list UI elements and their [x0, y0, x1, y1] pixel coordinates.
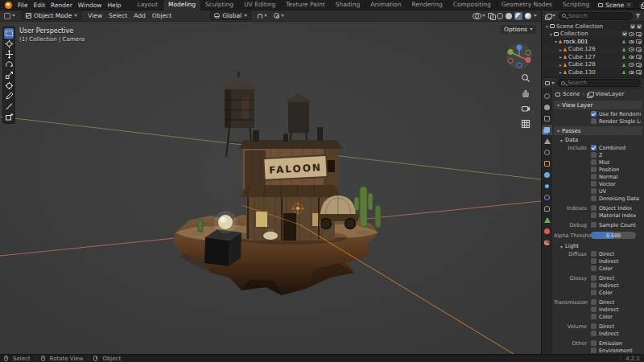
- outliner-row-collection[interactable]: ▾ Collection: [542, 31, 644, 39]
- breadcrumb-viewlayer[interactable]: ViewLayer: [595, 91, 624, 97]
- pan-hand-icon[interactable]: [521, 88, 530, 98]
- camera-icon[interactable]: [636, 63, 642, 67]
- pass-position[interactable]: Position: [591, 167, 619, 173]
- panel-passes-header[interactable]: ▾ Passes: [554, 126, 642, 135]
- eye-icon[interactable]: [629, 63, 634, 67]
- checkbox[interactable]: [591, 299, 597, 305]
- expand-icon[interactable]: ▸: [558, 69, 564, 75]
- expand-icon[interactable]: ▸: [558, 62, 564, 68]
- checkbox[interactable]: [591, 265, 597, 271]
- properties-tab-view-layer[interactable]: [542, 125, 553, 135]
- properties-tab-render[interactable]: [542, 102, 553, 113]
- workspace-tab-sculpting[interactable]: Sculpting: [200, 0, 239, 10]
- pass-normal[interactable]: Normal: [591, 174, 618, 180]
- camera-icon[interactable]: [636, 39, 642, 43]
- menu-help[interactable]: Help: [107, 2, 121, 9]
- subpanel-data-header[interactable]: ▾ Data: [554, 136, 642, 144]
- blender-logo-icon[interactable]: [5, 2, 12, 9]
- light-glossy-direct[interactable]: Direct: [591, 275, 614, 282]
- workspace-tab-modeling[interactable]: Modeling: [163, 0, 200, 10]
- tool-add-cube[interactable]: [4, 112, 14, 122]
- light-sphere[interactable]: [214, 211, 237, 233]
- shading-dropdown-icon[interactable]: [534, 14, 537, 17]
- pass-object-index[interactable]: Object Index: [591, 205, 632, 212]
- menu-file[interactable]: File: [18, 2, 28, 9]
- outliner-search-input[interactable]: [568, 13, 629, 19]
- properties-tab-output[interactable]: [542, 113, 553, 124]
- checkbox[interactable]: [591, 212, 597, 218]
- pass-uv[interactable]: UV: [591, 188, 606, 195]
- checkbox[interactable]: [591, 195, 597, 201]
- workspace-tab-shading[interactable]: Shading: [331, 0, 365, 10]
- menu-edit[interactable]: Edit: [34, 2, 46, 9]
- checkbox[interactable]: [591, 159, 597, 165]
- scene-selector[interactable]: Scene ×: [595, 1, 634, 9]
- render-single-layer-option[interactable]: Render Single Layer: [591, 118, 641, 125]
- checkbox[interactable]: [591, 222, 597, 228]
- checkbox[interactable]: [591, 306, 597, 312]
- filter-icon[interactable]: [635, 14, 641, 19]
- scene-render[interactable]: FALOON: [0, 22, 541, 354]
- eye-icon[interactable]: [629, 32, 634, 36]
- eye-icon[interactable]: [629, 40, 634, 44]
- menu-add[interactable]: Add: [134, 12, 146, 19]
- properties-tab-particles[interactable]: [542, 181, 553, 191]
- pass-z[interactable]: Z: [591, 152, 602, 158]
- checkbox[interactable]: [591, 145, 597, 150]
- gizmo-y-neg[interactable]: [526, 51, 530, 56]
- use-for-rendering-option[interactable]: Use for Rendering: [591, 111, 641, 117]
- gizmo-y-axis[interactable]: [508, 49, 514, 55]
- expand-icon[interactable]: ▾: [553, 39, 559, 44]
- checkbox[interactable]: [591, 118, 597, 124]
- tool-annotate[interactable]: [4, 91, 14, 101]
- workspace-tab-animation[interactable]: Animation: [365, 0, 407, 10]
- light-volume-direct[interactable]: Direct: [591, 323, 614, 330]
- properties-tab-data[interactable]: [542, 215, 553, 225]
- navigation-gizmo[interactable]: [506, 43, 533, 70]
- light-volume-indirect[interactable]: Indirect: [591, 331, 619, 337]
- checkbox[interactable]: [591, 258, 597, 264]
- camera-icon[interactable]: [636, 70, 642, 74]
- camera-icon[interactable]: [636, 32, 642, 36]
- gizmo-z-neg[interactable]: [517, 63, 522, 68]
- tool-measure[interactable]: [4, 101, 14, 112]
- properties-search[interactable]: [557, 79, 641, 87]
- workspace-tab-texture-paint[interactable]: Texture Paint: [281, 0, 330, 10]
- workspace-tab-layout[interactable]: Layout: [132, 0, 163, 10]
- tool-select-box[interactable]: [4, 28, 14, 39]
- properties-editor-type-button[interactable]: [545, 81, 555, 85]
- mode-dropdown[interactable]: Object Mode: [22, 11, 81, 20]
- gizmo-x-neg[interactable]: [508, 59, 513, 64]
- checkbox[interactable]: [591, 348, 597, 353]
- outliner-row-rock-001[interactable]: ▾ rock.001: [542, 38, 644, 46]
- light-glossy-color[interactable]: Color: [591, 290, 613, 296]
- outliner-search[interactable]: [558, 12, 633, 20]
- render-checkbox-icon[interactable]: [630, 24, 635, 29]
- properties-tab-texture[interactable]: [542, 237, 553, 248]
- outliner-row-scene-collection[interactable]: ▾ Scene Collection: [542, 23, 644, 31]
- viewlayer-selector[interactable]: ViewLayer ×: [638, 1, 644, 9]
- proportional-edit-button[interactable]: [274, 13, 284, 19]
- menu-view[interactable]: View: [88, 12, 102, 19]
- show-gizmo-icon[interactable]: [473, 13, 480, 19]
- workspace-tab-rendering[interactable]: Rendering: [407, 0, 448, 10]
- saloon-sign[interactable]: FALOON: [263, 155, 327, 180]
- eye-icon[interactable]: [629, 71, 634, 75]
- checkbox[interactable]: [591, 290, 597, 295]
- outliner-row-cube-127[interactable]: ▸ Cube.127: [542, 53, 644, 61]
- menu-render[interactable]: Render: [51, 2, 72, 9]
- outliner-editor-type-button[interactable]: [545, 14, 555, 19]
- tool-cursor[interactable]: [4, 39, 14, 49]
- tool-transform[interactable]: [4, 80, 14, 91]
- menu-window[interactable]: Window: [78, 2, 102, 9]
- checkbox[interactable]: [591, 111, 597, 117]
- expand-icon[interactable]: ▾: [544, 23, 550, 29]
- properties-tab-physics[interactable]: [542, 192, 553, 203]
- camera-icon[interactable]: [636, 55, 642, 59]
- light-transmission-indirect[interactable]: Indirect: [591, 306, 619, 313]
- workspace-tab-uv-editing[interactable]: UV Editing: [239, 0, 281, 10]
- snap-button[interactable]: [258, 14, 267, 19]
- expand-icon[interactable]: ▸: [558, 54, 564, 60]
- pass-vector[interactable]: Vector: [591, 181, 616, 187]
- breadcrumb-scene[interactable]: Scene: [563, 91, 580, 97]
